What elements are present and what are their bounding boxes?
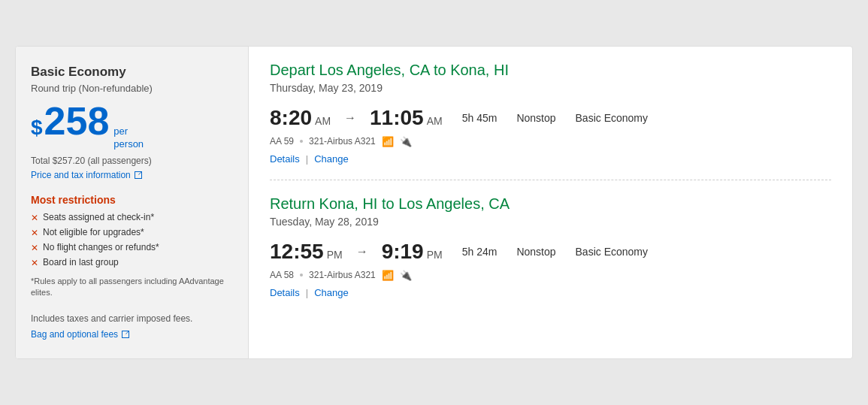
return-arrive-time-block: 9:19 PM	[382, 240, 443, 264]
includes-text: Includes taxes and carrier imposed fees.	[31, 313, 233, 324]
depart-aircraft: 321-Airbus A321	[309, 136, 376, 147]
restriction-list: ✕ Seats assigned at check-in* ✕ Not elig…	[31, 212, 233, 268]
restriction-item: ✕ Seats assigned at check-in*	[31, 212, 233, 223]
depart-date: Thursday, May 23, 2019	[270, 82, 831, 94]
price-row: $ 258 perperson	[31, 101, 233, 151]
depart-details-link[interactable]: Details	[270, 153, 300, 165]
return-arrive-ampm: PM	[427, 249, 443, 261]
arrive-ampm: AM	[427, 115, 443, 127]
wifi-icon: 📶	[382, 270, 394, 281]
right-panel: Depart Los Angeles, CA to Kona, HI Thurs…	[249, 47, 852, 359]
depart-actions: Details | Change	[270, 153, 831, 165]
depart-info-row: 8:20 AM → 11:05 AM 5h 45m Nonstop Basic …	[270, 106, 831, 130]
dot-separator	[300, 140, 303, 143]
arrive-time: 11:05	[370, 106, 424, 130]
depart-flight-number: AA 59	[270, 136, 294, 147]
depart-nonstop: Nonstop	[516, 112, 555, 124]
depart-time-block: 8:20 AM	[270, 106, 331, 130]
pipe-separator: |	[306, 287, 308, 298]
depart-details-row: AA 59 321-Airbus A321 📶 🔌	[270, 136, 831, 147]
return-duration: 5h 24m	[462, 246, 498, 258]
dot-separator	[300, 274, 303, 277]
left-panel: Basic Economy Round trip (Non-refundable…	[16, 47, 249, 359]
restriction-item: ✕ Not eligible for upgrades*	[31, 227, 233, 238]
restrictions-note: *Rules apply to all passengers including…	[31, 276, 233, 299]
return-info-row: 12:55 PM → 9:19 PM 5h 24m Nonstop Basic …	[270, 240, 831, 264]
return-depart-time-block: 12:55 PM	[270, 240, 343, 264]
plan-title: Basic Economy	[31, 65, 233, 80]
depart-change-link[interactable]: Change	[314, 153, 349, 165]
restriction-item: ✕ Board in last group	[31, 257, 233, 268]
total-price: Total $257.20 (all passengers)	[31, 156, 233, 166]
wifi-icon: 📶	[382, 136, 394, 147]
return-section: Return Kona, HI to Los Angeles, CA Tuesd…	[270, 180, 831, 298]
price-dollar-sign: $	[31, 116, 43, 140]
price-per-person: perperson	[113, 125, 144, 151]
bag-fees-link[interactable]: Bag and optional fees	[31, 329, 129, 340]
return-flight-number: AA 58	[270, 270, 294, 280]
x-icon: ✕	[31, 258, 38, 268]
return-actions: Details | Change	[270, 287, 831, 298]
return-aircraft: 321-Airbus A321	[309, 270, 376, 280]
arrow-icon: →	[344, 111, 356, 125]
price-tax-link[interactable]: Price and tax information	[31, 170, 142, 180]
price-amount: 258	[44, 101, 110, 141]
x-icon: ✕	[31, 243, 38, 253]
arrow-icon: →	[356, 245, 368, 258]
depart-duration: 5h 45m	[462, 112, 498, 124]
restriction-item: ✕ No flight changes or refunds*	[31, 242, 233, 253]
main-card: Basic Economy Round trip (Non-refundable…	[15, 46, 853, 360]
restrictions-title: Most restrictions	[31, 194, 233, 206]
depart-time: 8:20	[270, 106, 312, 130]
external-link-icon	[122, 331, 129, 338]
power-icon: 🔌	[400, 270, 412, 281]
return-nonstop: Nonstop	[516, 246, 555, 258]
arrive-time-block: 11:05 AM	[370, 106, 443, 130]
pipe-separator: |	[306, 153, 308, 165]
return-depart-time: 12:55	[270, 240, 324, 264]
depart-ampm: AM	[315, 115, 331, 127]
trip-type: Round trip (Non-refundable)	[31, 83, 233, 94]
external-link-icon	[135, 171, 142, 179]
return-depart-ampm: PM	[327, 249, 343, 261]
return-arrive-time: 9:19	[382, 240, 424, 264]
depart-section: Depart Los Angeles, CA to Kona, HI Thurs…	[270, 62, 831, 165]
return-cabin: Basic Economy	[576, 246, 648, 258]
return-change-link[interactable]: Change	[314, 287, 349, 298]
return-date: Tuesday, May 28, 2019	[270, 216, 831, 228]
x-icon: ✕	[31, 228, 38, 238]
return-route-title: Return Kona, HI to Los Angeles, CA	[270, 195, 831, 213]
depart-route-title: Depart Los Angeles, CA to Kona, HI	[270, 62, 831, 79]
power-icon: 🔌	[400, 136, 412, 147]
depart-cabin: Basic Economy	[576, 112, 648, 124]
return-details-link[interactable]: Details	[270, 287, 300, 298]
return-details-row: AA 58 321-Airbus A321 📶 🔌	[270, 270, 831, 281]
x-icon: ✕	[31, 213, 38, 223]
